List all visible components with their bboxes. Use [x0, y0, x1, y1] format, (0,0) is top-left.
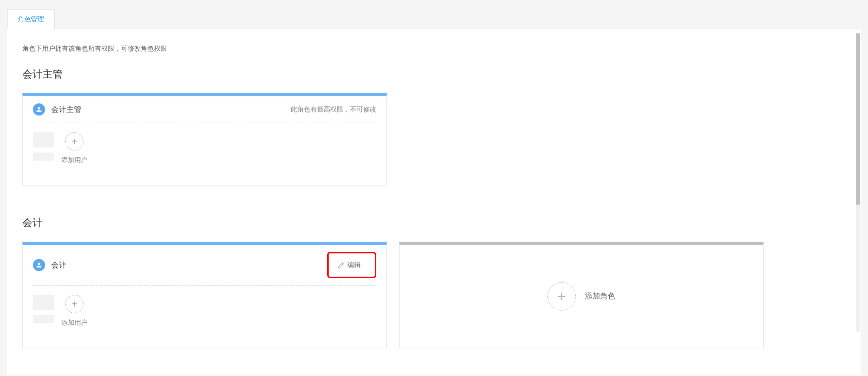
user-avatar-placeholder — [33, 132, 54, 161]
add-user-button[interactable]: + 添加用户 — [61, 295, 88, 327]
content-area: 角色下用户拥有该角色所有权限，可修改角色权限 会计主管 会计主管 此角色有最高权… — [7, 29, 861, 375]
highlight-annotation: 编辑 — [327, 252, 376, 278]
add-user-label: 添加用户 — [61, 156, 88, 165]
card-body: + 添加用户 — [23, 123, 386, 185]
placeholder-block — [33, 315, 54, 323]
card-header: 会计主管 此角色有最高权限，不可修改 — [33, 96, 376, 123]
card-header: 会计 编辑 — [33, 245, 376, 286]
plus-icon: + — [65, 132, 84, 151]
placeholder-block — [33, 153, 54, 161]
plus-icon: + — [547, 282, 576, 311]
add-role-card[interactable]: + 添加角色 — [399, 242, 764, 348]
tab-role-management[interactable]: 角色管理 — [7, 9, 55, 29]
role-card-supervisor: 会计主管 此角色有最高权限，不可修改 + 添加用户 — [22, 93, 387, 185]
card-body: + 添加用户 — [23, 286, 386, 348]
edit-label: 编辑 — [347, 260, 361, 270]
card-header-left: 会计主管 — [33, 103, 82, 116]
role-person-icon — [33, 103, 45, 116]
section-title-supervisor: 会计主管 — [22, 67, 846, 81]
scrollbar-thumb[interactable] — [856, 33, 860, 205]
role-name: 会计 — [51, 260, 66, 270]
add-user-label: 添加用户 — [61, 318, 88, 327]
tabs-bar: 角色管理 — [7, 0, 861, 29]
user-avatar-placeholder — [33, 295, 54, 323]
cards-row: 会计主管 此角色有最高权限，不可修改 + 添加用户 — [22, 93, 846, 185]
scrollbar[interactable] — [856, 33, 860, 332]
section-title-accountant: 会计 — [22, 216, 846, 230]
add-role-inner: + 添加角色 — [547, 282, 615, 311]
edit-icon — [338, 262, 344, 269]
cards-row: 会计 编辑 — [22, 242, 846, 348]
role-name: 会计主管 — [51, 105, 82, 115]
page-description: 角色下用户拥有该角色所有权限，可修改角色权限 — [22, 44, 846, 53]
add-user-button[interactable]: + 添加用户 — [61, 132, 88, 165]
role-card-accountant: 会计 编辑 — [22, 242, 387, 348]
placeholder-block — [33, 295, 54, 310]
role-note: 此角色有最高权限，不可修改 — [291, 105, 376, 114]
edit-button[interactable]: 编辑 — [338, 260, 361, 270]
placeholder-block — [33, 132, 54, 147]
role-person-icon — [33, 259, 45, 271]
add-role-label: 添加角色 — [585, 291, 615, 301]
card-header-left: 会计 — [33, 259, 66, 271]
plus-icon: + — [65, 295, 84, 313]
